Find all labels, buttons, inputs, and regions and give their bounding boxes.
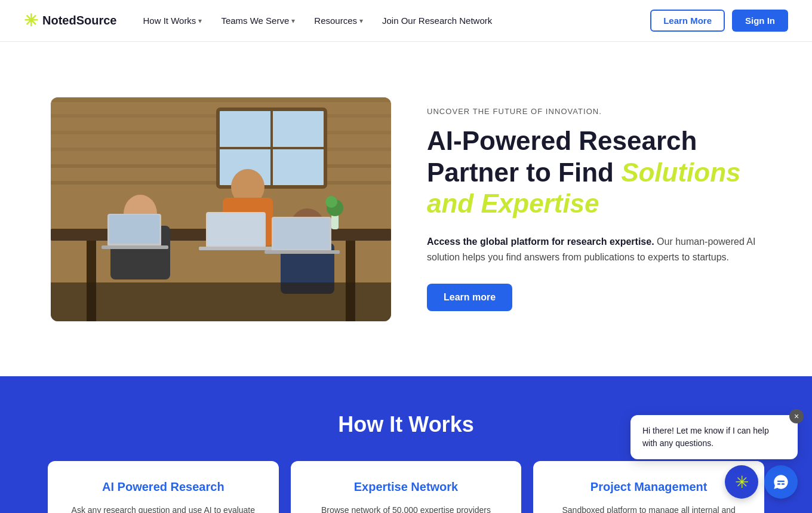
nav-how-it-works-label: How It Works <box>143 16 196 26</box>
navbar: ✳ NotedSource How It Works ▾ Teams We Se… <box>0 0 812 42</box>
chat-message-text: Hi there! Let me know if I can help with… <box>642 426 769 448</box>
nav-learn-more-button[interactable]: Learn More <box>650 10 725 32</box>
card-expertise-network-text: Browse network of 50,000 expertise provi… <box>305 503 508 513</box>
nav-links: How It Works ▾ Teams We Serve ▾ Resource… <box>136 11 499 30</box>
card-ai-research-text: Ask any research question and use AI to … <box>62 503 264 513</box>
svg-rect-28 <box>264 250 340 254</box>
logo-link[interactable]: ✳ NotedSource <box>24 13 116 29</box>
hero-learn-more-button[interactable]: Learn more <box>427 284 512 311</box>
svg-rect-22 <box>208 213 264 245</box>
chat-widget: × Hi there! Let me know if I can help wi… <box>630 415 798 499</box>
nav-resources-label: Resources <box>314 16 357 26</box>
svg-rect-1 <box>51 97 391 102</box>
chat-avatar[interactable]: ✳ <box>725 465 758 499</box>
nav-teams-label: Teams We Serve <box>221 16 289 26</box>
hero-eyebrow: UNCOVER THE FUTURE OF INNOVATION. <box>427 107 761 116</box>
svg-rect-17 <box>109 215 159 244</box>
hero-description: Access the global platform for research … <box>427 234 761 265</box>
nav-item-how-it-works[interactable]: How It Works ▾ <box>136 11 209 30</box>
nav-item-join-network[interactable]: Join Our Research Network <box>375 11 499 30</box>
svg-rect-27 <box>273 218 330 249</box>
chat-open-button[interactable] <box>764 465 798 499</box>
hero-image <box>51 97 391 321</box>
svg-rect-18 <box>102 245 168 249</box>
chat-icon <box>773 474 789 490</box>
close-icon: × <box>794 411 799 421</box>
hero-description-bold: Access the global platform for research … <box>427 236 654 247</box>
chat-bubble: × Hi there! Let me know if I can help wi… <box>630 415 798 459</box>
card-ai-research: AI Powered Research Ask any research que… <box>48 461 279 513</box>
logo-text: NotedSource <box>42 14 116 27</box>
chat-star-icon: ✳ <box>735 472 749 492</box>
nav-sign-in-button[interactable]: Sign In <box>732 10 788 32</box>
navbar-right: Learn More Sign In <box>650 10 788 32</box>
hero-scene-graphic <box>51 97 391 321</box>
hero-section: UNCOVER THE FUTURE OF INNOVATION. AI-Pow… <box>0 42 812 376</box>
nav-item-teams-we-serve[interactable]: Teams We Serve ▾ <box>214 11 302 30</box>
chevron-down-icon: ▾ <box>198 17 202 25</box>
card-project-management-text: Sandboxed platform to manage all interna… <box>548 503 750 513</box>
navbar-left: ✳ NotedSource How It Works ▾ Teams We Se… <box>24 11 499 30</box>
nav-join-label: Join Our Research Network <box>382 16 492 26</box>
nav-item-resources[interactable]: Resources ▾ <box>307 11 370 30</box>
chevron-down-icon: ▾ <box>359 17 363 25</box>
svg-rect-32 <box>51 282 391 321</box>
hero-content: UNCOVER THE FUTURE OF INNOVATION. AI-Pow… <box>427 107 761 312</box>
logo-star-icon: ✳ <box>24 13 38 29</box>
svg-rect-23 <box>199 247 274 250</box>
card-ai-research-title: AI Powered Research <box>62 480 264 494</box>
svg-point-31 <box>325 196 337 208</box>
card-expertise-network: Expertise Network Browse network of 50,0… <box>291 461 522 513</box>
chat-close-button[interactable]: × <box>789 409 804 423</box>
chevron-down-icon: ▾ <box>291 17 295 25</box>
card-expertise-network-title: Expertise Network <box>305 480 508 494</box>
hero-title: AI-Powered Research Partner to Find Solu… <box>427 125 761 220</box>
